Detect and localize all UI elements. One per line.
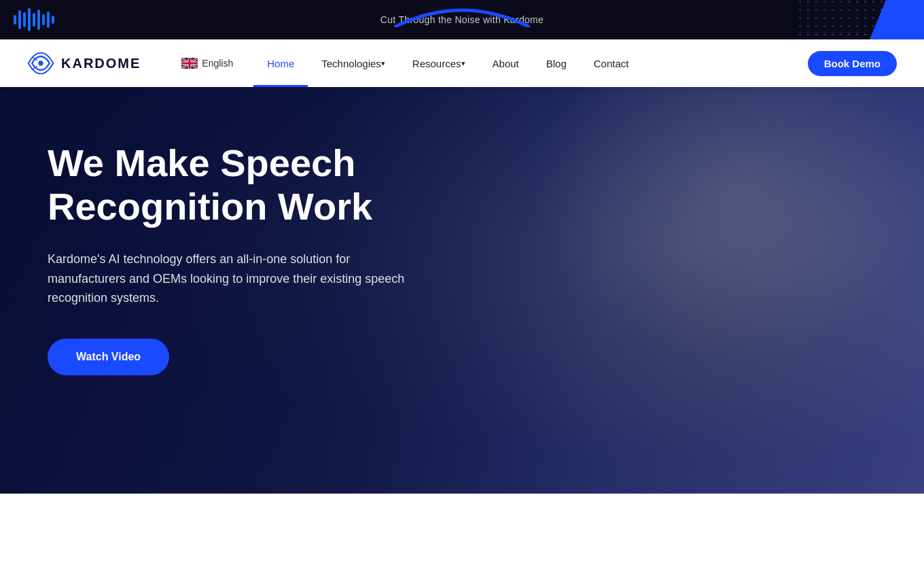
audio-waveform-icon — [14, 7, 54, 32]
uk-flag-icon — [181, 58, 198, 69]
nav-resources[interactable]: Resources — [399, 39, 479, 87]
logo-link[interactable]: KARDOME — [27, 51, 141, 75]
hero-section: We Make Speech Recognition Work Kardome'… — [0, 87, 924, 494]
nav-about[interactable]: About — [479, 39, 533, 87]
watch-video-button[interactable]: Watch Video — [48, 339, 169, 375]
language-label: English — [202, 58, 233, 69]
nav-contact[interactable]: Contact — [580, 39, 643, 87]
hero-content: We Make Speech Recognition Work Kardome'… — [0, 87, 476, 430]
language-selector[interactable]: English — [181, 58, 233, 69]
navbar: KARDOME English Home Technologies Resour… — [0, 39, 924, 87]
logo-text: KARDOME — [61, 56, 141, 71]
top-arc-decoration — [394, 0, 530, 27]
hero-subtitle: Kardome's AI technology offers an all-in… — [48, 250, 428, 308]
hero-title: We Make Speech Recognition Work — [48, 141, 428, 229]
nav-links: Home Technologies Resources About Blog C… — [253, 39, 807, 87]
kardome-logo-icon — [27, 51, 54, 75]
book-demo-button[interactable]: Book Demo — [808, 51, 897, 76]
nav-technologies[interactable]: Technologies — [308, 39, 399, 87]
nav-blog[interactable]: Blog — [533, 39, 580, 87]
nav-home[interactable]: Home — [253, 39, 308, 87]
below-hero-section — [0, 494, 924, 562]
top-banner: Cut Through the Noise with Kardome // Ge… — [0, 0, 924, 39]
svg-point-0 — [38, 61, 43, 65]
